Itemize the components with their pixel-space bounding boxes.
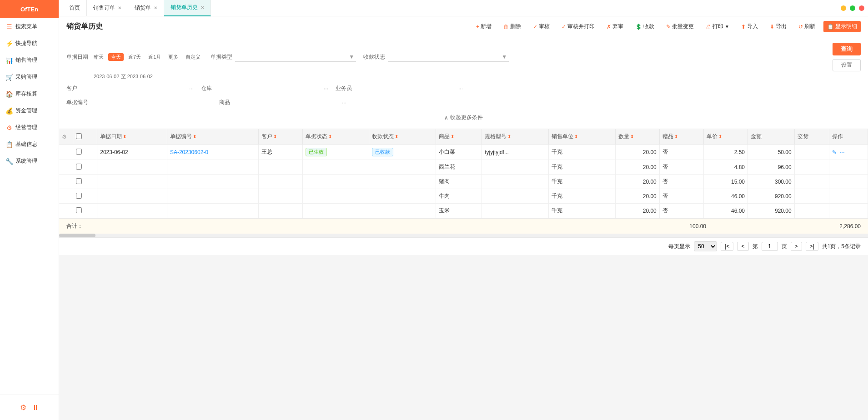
sidebar-item-sales-mgmt[interactable]: 📊 销售管理 — [0, 52, 59, 69]
sidebar-item-quick-nav[interactable]: ⚡ 快捷导航 — [0, 35, 59, 52]
sidebar-item-inventory[interactable]: 🏠 库存核算 — [0, 85, 59, 102]
date-tag-custom[interactable]: 自定义 — [183, 53, 203, 61]
sidebar-item-finance-mgmt[interactable]: 💰 资金管理 — [0, 102, 59, 119]
audit-print-button[interactable]: ✓ 审核并打印 — [558, 21, 598, 32]
warehouse-dots-icon[interactable]: ··· — [324, 85, 328, 92]
page-input[interactable] — [762, 242, 778, 251]
date-from-value: 2023-06-02 — [94, 74, 119, 79]
th-docno[interactable]: 单据编号 ⬍ — [167, 129, 258, 145]
filter-doctype-select[interactable]: ▼ — [235, 52, 356, 62]
page-prev-btn[interactable]: < — [737, 242, 748, 251]
sidebar-item-operation-mgmt[interactable]: ⚙ 经营管理 — [0, 119, 59, 136]
filter-warehouse-input[interactable] — [215, 84, 320, 93]
export-button[interactable]: ⬇ 导出 — [766, 21, 790, 32]
th-unit[interactable]: 销售单位 ⬍ — [548, 129, 615, 145]
th-date[interactable]: 单据日期 ⬍ — [97, 129, 167, 145]
abandon-icon: ✗ — [607, 24, 611, 30]
th-price[interactable]: 单价 ⬍ — [703, 129, 748, 145]
edit-action-btn[interactable]: ✎ — [832, 149, 837, 155]
more-action-btn[interactable]: ⋯ — [839, 149, 845, 155]
agent-dots-icon[interactable]: ··· — [458, 85, 463, 92]
tab-sales-history-close[interactable]: ✕ — [201, 5, 204, 10]
row-checkbox[interactable] — [76, 164, 82, 170]
scrollbar-thumb[interactable] — [59, 234, 95, 237]
refresh-button[interactable]: ↺ 刷新 — [795, 21, 819, 32]
sidebar-item-basic-info[interactable]: 📋 基础信息 — [0, 136, 59, 153]
table-gear-icon[interactable]: ⚙ — [62, 134, 67, 140]
page-title: 销货单历史 — [66, 22, 103, 31]
table-row: 玉米 千克 20.00 否 46.00 920.00 — [59, 204, 868, 218]
th-goods[interactable]: 商品 ⬍ — [436, 129, 482, 145]
horizontal-scrollbar[interactable] — [59, 234, 868, 237]
select-all-checkbox[interactable] — [76, 133, 82, 139]
cell-spec — [482, 160, 549, 175]
filter-agent-input[interactable] — [355, 84, 455, 93]
filter-row-1: 单据日期 昨天 今天 近7天 近1月 更多 自定义 单据类型 — [66, 43, 861, 71]
settings-bottom-icon[interactable]: ⚙ — [20, 403, 26, 412]
print-button[interactable]: 🖨 打印 ▼ — [702, 21, 733, 32]
delete-button[interactable]: 🗑 删除 — [500, 21, 525, 32]
audit-button[interactable]: ✓ 审核 — [529, 21, 553, 32]
tab-sales-history[interactable]: 销货单历史 ✕ — [164, 0, 211, 16]
th-qty[interactable]: 数量 ⬍ — [615, 129, 659, 145]
sidebar-item-system-mgmt[interactable]: 🔧 系统管理 — [0, 153, 59, 170]
import-button[interactable]: ⬆ 导入 — [738, 21, 762, 32]
th-docno-label: 单据编号 — [170, 133, 192, 140]
print-icon: 🖨 — [706, 24, 711, 30]
cell-action — [829, 160, 868, 175]
filter-settings-button[interactable]: 设置 — [833, 59, 861, 71]
collapse-btn[interactable]: ∧ 收起更多条件 — [66, 112, 861, 123]
th-customer[interactable]: 客户 ⬍ — [258, 129, 302, 145]
th-paystatus[interactable]: 收款状态 ⬍ — [369, 129, 436, 145]
date-tag-yesterday[interactable]: 昨天 — [91, 53, 106, 61]
cell-price: 46.00 — [703, 189, 748, 204]
date-tag-1month[interactable]: 近1月 — [146, 53, 164, 61]
page-first-btn[interactable]: |< — [721, 242, 733, 251]
row-checkbox[interactable] — [76, 207, 82, 213]
collect-button[interactable]: 💲 收款 — [632, 21, 658, 32]
new-button[interactable]: + 新增 — [472, 21, 495, 32]
row-checkbox[interactable] — [76, 178, 82, 184]
page-next-btn[interactable]: > — [791, 242, 802, 251]
query-button[interactable]: 查询 — [833, 43, 861, 55]
filter-goods-input[interactable] — [233, 98, 338, 107]
tab-sales-order-close[interactable]: ✕ — [118, 5, 121, 10]
cell-date — [97, 204, 167, 218]
goods-dots-icon[interactable]: ··· — [342, 100, 346, 106]
cell-customer — [258, 160, 302, 175]
window-minimize-btn[interactable] — [841, 5, 846, 11]
tab-sales-delivery-close[interactable]: ✕ — [154, 5, 157, 10]
tab-sales-delivery[interactable]: 销货单 ✕ — [128, 0, 164, 16]
window-maximize-btn[interactable] — [850, 5, 855, 11]
th-settings[interactable]: ⚙ — [59, 129, 73, 145]
th-spec[interactable]: 规格型号 ⬍ — [482, 129, 549, 145]
row-checkbox[interactable] — [76, 193, 82, 199]
page-size-select[interactable]: 50 100 200 — [694, 241, 717, 251]
tab-bar: 首页 销售订单 ✕ 销货单 ✕ 销货单历史 ✕ — [59, 0, 868, 16]
tab-sales-order[interactable]: 销售订单 ✕ — [87, 0, 128, 16]
th-docstatus[interactable]: 单据状态 ⬍ — [302, 129, 369, 145]
abandon-button[interactable]: ✗ 弃审 — [603, 21, 627, 32]
batch-change-button[interactable]: ✎ 批量变更 — [662, 21, 697, 32]
filter-agent-item: 业务员 ··· — [336, 84, 463, 93]
customer-dots-icon[interactable]: ··· — [189, 85, 194, 92]
filter-customer-input[interactable] — [80, 84, 186, 93]
filter-docno-input[interactable] — [91, 98, 194, 107]
date-tag-more[interactable]: 更多 — [166, 53, 181, 61]
date-tag-today[interactable]: 今天 — [108, 53, 124, 61]
tab-home[interactable]: 首页 — [63, 0, 87, 16]
sidebar-item-search-menu[interactable]: ☰ 搜索菜单 — [0, 18, 59, 35]
page-last-btn[interactable]: >| — [806, 242, 818, 251]
page-label: 第 — [753, 243, 758, 250]
date-tags: 昨天 今天 近7天 近1月 更多 自定义 — [91, 53, 203, 61]
delete-icon: 🗑 — [503, 24, 509, 30]
window-close-btn[interactable] — [859, 5, 864, 11]
row-checkbox[interactable] — [76, 149, 82, 155]
show-detail-button[interactable]: 📋 显示明细 — [823, 21, 861, 32]
pause-bottom-icon[interactable]: ⏸ — [32, 404, 39, 412]
date-tag-7days[interactable]: 近7天 — [125, 53, 144, 61]
filter-paystatus-select[interactable]: ▼ — [388, 52, 509, 62]
doc-no-link[interactable]: SA-20230602-0 — [170, 149, 208, 155]
th-gift[interactable]: 赠品 ⬍ — [659, 129, 703, 145]
sidebar-item-purchase-mgmt[interactable]: 🛒 采购管理 — [0, 69, 59, 85]
